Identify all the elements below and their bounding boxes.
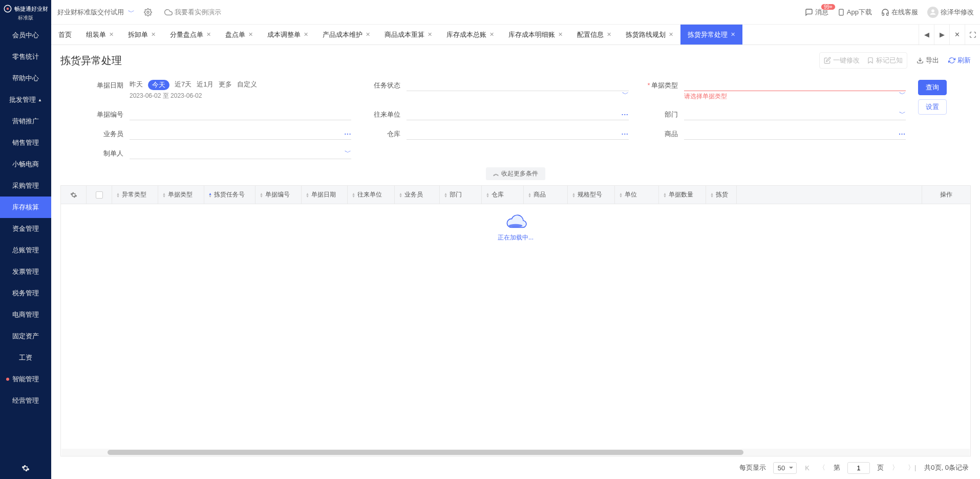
sort-icon[interactable]: ▲▼ (444, 192, 448, 198)
date-option-1[interactable]: 今天 (148, 80, 169, 90)
date-option-2[interactable]: 近7天 (175, 80, 191, 90)
sidebar-item-9[interactable]: 资金管理 (0, 218, 51, 239)
column-header-5[interactable]: ▲▼往来单位 (348, 186, 395, 204)
close-icon[interactable]: ✕ (731, 31, 735, 38)
export-button[interactable]: 导出 (917, 56, 939, 65)
status-input[interactable] (407, 80, 628, 91)
next-page-button[interactable]: 〉 (891, 463, 900, 472)
goods-input[interactable] (684, 128, 906, 140)
column-header-7[interactable]: ▲▼部门 (440, 186, 482, 204)
tabs-scroll-left[interactable]: ◀ (919, 25, 934, 45)
close-icon[interactable]: ✕ (607, 31, 611, 38)
sort-icon[interactable]: ▲▼ (619, 192, 623, 198)
column-header-4[interactable]: ▲▼单据日期 (302, 186, 348, 204)
query-button[interactable]: 查询 (918, 80, 947, 95)
date-option-5[interactable]: 自定义 (237, 80, 257, 90)
settings-button[interactable]: 设置 (918, 99, 947, 115)
more-icon[interactable]: ··· (899, 130, 906, 138)
checkbox[interactable] (96, 191, 103, 199)
app-download-button[interactable]: App下载 (838, 8, 872, 17)
customer-service-button[interactable]: 在线客服 (881, 8, 918, 17)
product-selector[interactable]: 好业财标准版交付试用 ﹀ (57, 8, 135, 17)
column-header-1[interactable]: ▲▼单据类型 (158, 186, 204, 204)
column-header-2[interactable]: ▲▼拣货任务号 (204, 186, 255, 204)
column-header-8[interactable]: ▲▼仓库 (482, 186, 524, 204)
sidebar-item-16[interactable]: 智能管理 (0, 368, 51, 390)
sidebar-item-17[interactable]: 经营管理 (0, 390, 51, 411)
sort-icon[interactable]: ▲▼ (710, 192, 714, 198)
close-icon[interactable]: ✕ (248, 31, 253, 38)
sales-input[interactable] (130, 128, 351, 140)
sidebar-item-0[interactable]: 会员中心 (0, 25, 51, 46)
sidebar-item-12[interactable]: 税务管理 (0, 282, 51, 304)
no-input[interactable] (130, 109, 351, 120)
more-icon[interactable]: ··· (622, 111, 629, 118)
refresh-button[interactable]: 刷新 (948, 56, 971, 65)
sidebar-item-13[interactable]: 电商管理 (0, 304, 51, 325)
type-input[interactable] (684, 80, 906, 91)
prev-page-button[interactable]: 〈 (818, 463, 826, 472)
page-input[interactable] (847, 462, 870, 474)
close-icon[interactable]: ✕ (428, 31, 432, 38)
sidebar-item-14[interactable]: 固定资产 (0, 325, 51, 347)
sort-icon[interactable]: ▲▼ (486, 192, 489, 198)
column-header-12[interactable]: ▲▼单据数量 (659, 186, 706, 204)
close-icon[interactable]: ✕ (206, 31, 211, 38)
chevron-down-icon[interactable]: ﹀ (345, 148, 351, 157)
column-header-9[interactable]: ▲▼商品 (524, 186, 568, 204)
tab-6[interactable]: 产品成本维护✕ (315, 25, 377, 45)
select-all-cell[interactable] (87, 186, 112, 204)
column-header-0[interactable]: ▲▼异常类型 (112, 186, 158, 204)
tab-1[interactable]: 组装单✕ (79, 25, 121, 45)
tabs-close-all[interactable]: ✕ (949, 25, 965, 45)
sort-icon[interactable]: ▲▼ (208, 192, 212, 198)
sidebar-item-8[interactable]: 库存核算 (0, 197, 51, 218)
sidebar-item-3[interactable]: 批发管理 (0, 89, 51, 111)
column-header-11[interactable]: ▲▼单位 (615, 186, 659, 204)
sort-icon[interactable]: ▲▼ (352, 192, 355, 198)
tab-7[interactable]: 商品成本重算✕ (377, 25, 439, 45)
tabs-scroll-right[interactable]: ▶ (934, 25, 949, 45)
sort-icon[interactable]: ▲▼ (399, 192, 402, 198)
sort-icon[interactable]: ▲▼ (260, 192, 263, 198)
user-menu[interactable]: 徐泽华修改 (927, 7, 974, 18)
tab-0[interactable]: 首页 (51, 25, 79, 45)
chevron-down-icon[interactable]: ﹀ (899, 90, 906, 99)
column-header-10[interactable]: ▲▼规格型号 (568, 186, 615, 204)
sidebar-item-1[interactable]: 零售统计 (0, 46, 51, 68)
last-page-button[interactable]: 〉| (907, 463, 917, 472)
column-header-13[interactable]: ▲▼拣货 (706, 186, 737, 204)
sidebar-item-7[interactable]: 采购管理 (0, 175, 51, 197)
date-option-4[interactable]: 更多 (219, 80, 232, 90)
date-option-0[interactable]: 昨天 (130, 80, 143, 90)
chevron-down-icon[interactable]: ﹀ (622, 90, 629, 99)
sort-icon[interactable]: ▲▼ (663, 192, 667, 198)
close-icon[interactable]: ✕ (304, 31, 308, 38)
close-icon[interactable]: ✕ (489, 31, 494, 38)
tab-8[interactable]: 库存成本总账✕ (439, 25, 501, 45)
close-icon[interactable]: ✕ (109, 31, 114, 38)
column-header-6[interactable]: ▲▼业务员 (395, 186, 440, 204)
settings-icon[interactable] (22, 464, 30, 472)
date-option-3[interactable]: 近1月 (197, 80, 214, 90)
sidebar-item-6[interactable]: 小畅电商 (0, 154, 51, 175)
collapse-toggle[interactable]: ︽ 收起更多条件 (486, 167, 545, 180)
tab-3[interactable]: 分量盘点单✕ (163, 25, 218, 45)
messages-button[interactable]: 消息 99+ (805, 8, 828, 17)
page-size-select[interactable]: 50 (773, 462, 797, 474)
horizontal-scrollbar[interactable] (61, 449, 970, 456)
warehouse-input[interactable] (407, 128, 628, 140)
tab-12[interactable]: 拣货异常处理✕ (680, 25, 742, 45)
sort-icon[interactable]: ▲▼ (306, 192, 309, 198)
close-icon[interactable]: ✕ (151, 31, 156, 38)
demo-link[interactable]: 我要看实例演示 (164, 8, 221, 17)
fullscreen-button[interactable] (965, 25, 980, 45)
tab-2[interactable]: 拆卸单✕ (121, 25, 163, 45)
sidebar-item-4[interactable]: 营销推广 (0, 111, 51, 132)
chevron-down-icon[interactable]: ﹀ (899, 109, 906, 118)
sidebar-item-15[interactable]: 工资 (0, 347, 51, 368)
sidebar-item-11[interactable]: 发票管理 (0, 261, 51, 282)
sort-icon[interactable]: ▲▼ (528, 192, 531, 198)
table-settings-cell[interactable] (61, 186, 87, 204)
mark-known-button[interactable]: 标记已知 (867, 56, 903, 65)
